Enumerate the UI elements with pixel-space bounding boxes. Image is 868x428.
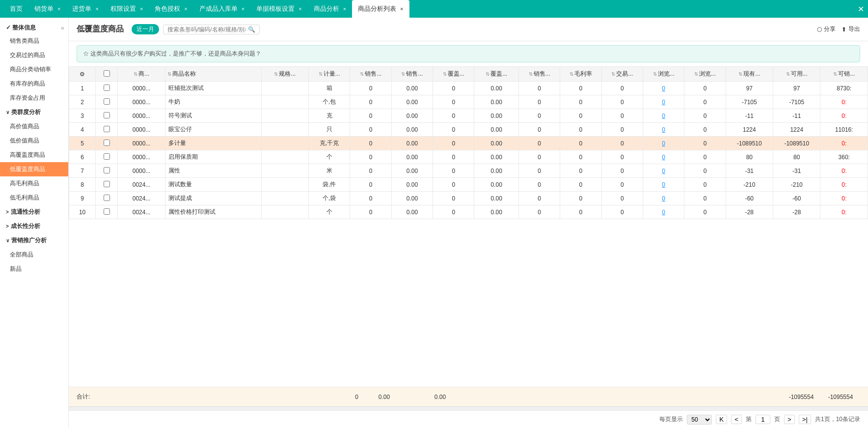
th-stock2[interactable]: ⇅可用... <box>773 67 820 82</box>
cell-browse1[interactable]: 0 <box>643 205 684 219</box>
settings-icon[interactable]: ⚙ <box>80 71 85 78</box>
cell-check[interactable] <box>96 192 118 205</box>
sidebar-section-liquidity[interactable]: >流通性分析 <box>0 205 68 219</box>
tab-analysis-list[interactable]: 商品分析列表 × <box>352 0 409 18</box>
period-button[interactable]: 近一月 <box>132 24 159 34</box>
browse1-link[interactable]: 0 <box>662 168 665 174</box>
browse1-link[interactable]: 0 <box>662 85 665 92</box>
row-checkbox[interactable] <box>104 195 110 201</box>
share-button[interactable]: ⬡ 分享 <box>817 25 836 33</box>
sidebar-section-group[interactable]: ∨类群度分析 <box>0 105 68 119</box>
tab-role-auth[interactable]: 角色授权 × <box>149 0 193 18</box>
th-sale-qty[interactable]: ⇅销售... <box>518 67 560 82</box>
row-checkbox[interactable] <box>104 126 110 132</box>
tab-home[interactable]: 首页 <box>4 0 28 18</box>
row-checkbox[interactable] <box>104 112 110 118</box>
th-cov2[interactable]: ⇅覆盖... <box>474 67 518 82</box>
cell-browse1[interactable]: 0 <box>643 95 684 109</box>
per-page-select[interactable]: 50 100 200 <box>687 415 712 425</box>
row-checkbox[interactable] <box>104 85 110 91</box>
tab-product-analysis[interactable]: 商品分析 × <box>308 0 352 18</box>
browse1-link[interactable]: 0 <box>662 181 665 188</box>
sidebar-item-low-coverage[interactable]: 低覆盖度商品 <box>0 162 68 176</box>
browse1-link[interactable]: 0 <box>662 195 665 202</box>
close-analysis-list-icon[interactable]: × <box>400 6 403 12</box>
table-wrapper[interactable]: ⚙ ⇅商... ⇅商品名称 ⇅规格... ⇅计量... ⇅销售... ⇅销售..… <box>69 66 868 387</box>
cell-check[interactable] <box>96 164 118 178</box>
row-checkbox[interactable] <box>104 98 110 105</box>
th-stock1[interactable]: ⇅现有... <box>726 67 773 82</box>
close-template-icon[interactable]: × <box>298 6 301 12</box>
sidebar-item-traded-products[interactable]: 交易过的商品 <box>0 48 68 62</box>
close-purchase-icon[interactable]: × <box>95 6 98 12</box>
cell-browse1[interactable]: 0 <box>643 123 684 137</box>
sidebar-item-high-value[interactable]: 高价值商品 <box>0 119 68 134</box>
close-all-button[interactable]: ✕ <box>858 4 864 14</box>
cell-check[interactable] <box>96 95 118 109</box>
row-checkbox[interactable] <box>104 167 110 173</box>
next-page-button[interactable]: > <box>784 415 795 424</box>
cell-browse1[interactable]: 0 <box>643 178 684 192</box>
tab-product-storage[interactable]: 产成品入库单 × <box>193 0 250 18</box>
sidebar-section-growth[interactable]: >成长性分析 <box>0 219 68 233</box>
browse1-link[interactable]: 0 <box>662 154 665 161</box>
browse1-link[interactable]: 0 <box>662 209 665 216</box>
th-check[interactable] <box>96 67 118 82</box>
sidebar-item-high-margin[interactable]: 高毛利商品 <box>0 176 68 191</box>
cell-check[interactable] <box>96 137 118 150</box>
cell-browse1[interactable]: 0 <box>643 150 684 164</box>
th-cov1[interactable]: ⇅覆盖... <box>433 67 474 82</box>
cell-browse1[interactable]: 0 <box>643 137 684 150</box>
cell-check[interactable] <box>96 123 118 137</box>
th-margin[interactable]: ⇅毛利率 <box>560 67 601 82</box>
th-browse1[interactable]: ⇅浏览... <box>643 67 684 82</box>
th-unit[interactable]: ⇅计量... <box>309 67 350 82</box>
cell-browse1[interactable]: 0 <box>643 109 684 123</box>
cell-browse1[interactable]: 0 <box>643 164 684 178</box>
th-spec[interactable]: ⇅规格... <box>261 67 308 82</box>
tab-purchase[interactable]: 进货单 × <box>66 0 104 18</box>
close-role-auth-icon[interactable]: × <box>184 6 187 12</box>
th-name[interactable]: ⇅商品名称 <box>165 67 261 82</box>
cell-check[interactable] <box>96 150 118 164</box>
sidebar-item-low-value[interactable]: 低价值商品 <box>0 134 68 148</box>
cell-browse1[interactable]: 0 <box>643 192 684 205</box>
browse1-link[interactable]: 0 <box>662 126 665 133</box>
browse1-link[interactable]: 0 <box>662 99 665 106</box>
sidebar-item-stock-capital[interactable]: 库存资金占用 <box>0 91 68 105</box>
sidebar-item-all-products[interactable]: 全部商品 <box>0 248 68 262</box>
sidebar-item-low-margin[interactable]: 低毛利商品 <box>0 191 68 205</box>
th-sale2[interactable]: ⇅可销... <box>820 67 868 82</box>
last-page-button[interactable]: >| <box>799 415 811 424</box>
close-sales-icon[interactable]: × <box>57 6 60 12</box>
th-sales-amt[interactable]: ⇅销售... <box>391 67 433 82</box>
close-product-storage-icon[interactable]: × <box>242 6 244 12</box>
sidebar-section-marketing[interactable]: ∨营销推广分析 <box>0 233 68 248</box>
row-checkbox[interactable] <box>104 140 110 146</box>
row-checkbox[interactable] <box>104 181 110 187</box>
th-sales-cnt[interactable]: ⇅销售... <box>350 67 391 82</box>
tab-sales[interactable]: 销货单 × <box>28 0 66 18</box>
sidebar-collapse-button[interactable]: « <box>61 24 64 31</box>
sidebar-item-high-coverage[interactable]: 高覆盖度商品 <box>0 148 68 162</box>
prev-page-button[interactable]: < <box>731 415 742 424</box>
row-checkbox[interactable] <box>104 208 110 215</box>
browse1-link[interactable]: 0 <box>662 140 665 147</box>
close-analysis-icon[interactable]: × <box>343 6 346 12</box>
sidebar-item-category-rate[interactable]: 商品分类动销率 <box>0 62 68 77</box>
tab-permissions[interactable]: 权限设置 × <box>105 0 149 18</box>
select-all-checkbox[interactable] <box>104 70 110 77</box>
th-code[interactable]: ⇅商... <box>118 67 165 82</box>
first-page-button[interactable]: K <box>716 415 727 424</box>
sidebar-item-new-products[interactable]: 新品 <box>0 262 68 276</box>
sidebar-item-stock-products[interactable]: 有库存的商品 <box>0 77 68 91</box>
close-permissions-icon[interactable]: × <box>140 6 143 12</box>
browse1-link[interactable]: 0 <box>662 113 665 119</box>
cell-browse1[interactable]: 0 <box>643 82 684 95</box>
row-checkbox[interactable] <box>104 153 110 160</box>
tab-template-settings[interactable]: 单据模板设置 × <box>250 0 307 18</box>
horizontal-scrollbar[interactable] <box>69 406 868 410</box>
cell-check[interactable] <box>96 205 118 219</box>
page-input[interactable] <box>756 415 770 424</box>
cell-check[interactable] <box>96 109 118 123</box>
